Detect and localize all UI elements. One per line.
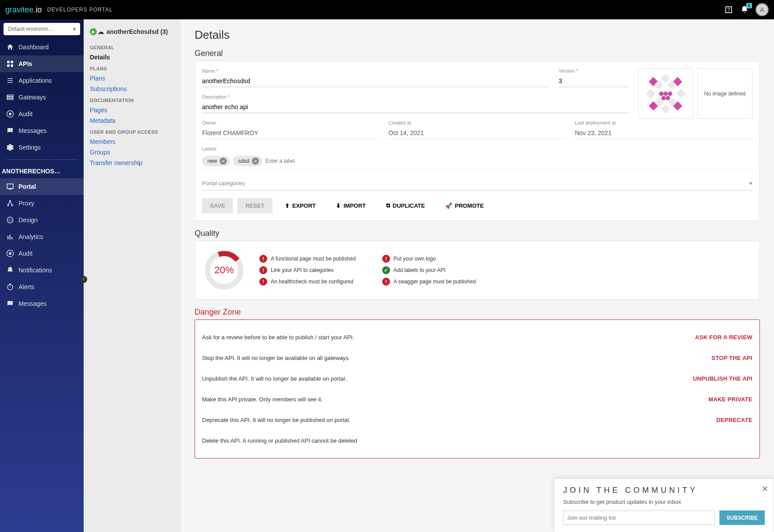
danger-action-button[interactable]: MAKE PRIVATE bbox=[708, 396, 752, 403]
avatar[interactable]: A bbox=[756, 3, 769, 16]
cloud-icon: ☁ bbox=[98, 28, 104, 35]
reset-button: RESET bbox=[237, 198, 272, 213]
secondary-sidebar: ▶ ☁ anotherEchosdsd (3) GENERAL Details … bbox=[84, 19, 181, 532]
logo: gravitee.io bbox=[5, 5, 42, 15]
alerts-icon bbox=[6, 283, 14, 291]
help-icon[interactable]: ? bbox=[724, 5, 733, 15]
sidebar-item-applications[interactable]: Applications bbox=[0, 72, 84, 89]
remove-chip-icon[interactable]: ✕ bbox=[252, 158, 259, 165]
quality-item: !An healthcheck must be configured bbox=[259, 276, 356, 287]
link-plans[interactable]: Plans bbox=[84, 73, 181, 84]
context-title: ANOTHERECHOS… bbox=[0, 163, 84, 178]
labels-input[interactable]: new✕sdsd✕ bbox=[202, 153, 752, 169]
download-icon: ⬇ bbox=[336, 202, 341, 209]
link-pages[interactable]: Pages bbox=[84, 105, 181, 115]
svg-rect-13 bbox=[7, 184, 13, 189]
notifications-icon[interactable]: 5 bbox=[740, 5, 749, 15]
error-icon: ! bbox=[259, 266, 267, 274]
remove-chip-icon[interactable]: ✕ bbox=[220, 158, 227, 165]
svg-rect-9 bbox=[7, 97, 13, 98]
sidebar-item-settings[interactable]: Settings bbox=[0, 139, 84, 156]
danger-row: Unpublish the API. It will no longer be … bbox=[202, 368, 752, 389]
section-access: USER AND GROUP ACCESS bbox=[84, 126, 181, 136]
close-icon[interactable]: ✕ bbox=[762, 484, 768, 494]
owner-value bbox=[202, 127, 380, 139]
import-button[interactable]: ⬇IMPORT bbox=[328, 198, 374, 213]
applications-icon bbox=[6, 77, 14, 84]
check-icon: ✓ bbox=[382, 266, 390, 274]
deploy-value bbox=[575, 127, 752, 139]
sidebar-item-gateways[interactable]: Gateways bbox=[0, 89, 84, 106]
svg-point-38 bbox=[661, 96, 666, 100]
link-details[interactable]: Details bbox=[84, 52, 181, 62]
api-name: anotherEchosdsd (3) bbox=[107, 28, 168, 35]
error-icon: ! bbox=[259, 255, 267, 263]
svg-point-15 bbox=[10, 200, 11, 202]
export-button[interactable]: ⬆EXPORT bbox=[277, 198, 324, 213]
section-documentation: DOCUMENTATION bbox=[84, 94, 181, 105]
context-item-notifications[interactable]: Notifications bbox=[0, 262, 84, 279]
description-input[interactable] bbox=[202, 101, 629, 113]
save-button: SAVE bbox=[202, 198, 233, 213]
general-section-title: General bbox=[195, 49, 760, 58]
copy-icon: ⧉ bbox=[386, 202, 390, 209]
context-item-proxy[interactable]: Proxy bbox=[0, 195, 84, 212]
api-header: ▶ ☁ anotherEchosdsd (3) bbox=[84, 25, 181, 41]
danger-row: Ask for a review before to be able to pu… bbox=[202, 327, 752, 348]
link-groups[interactable]: Groups bbox=[84, 147, 181, 158]
context-item-portal[interactable]: Portal bbox=[0, 178, 84, 195]
background-image[interactable]: No image defined bbox=[697, 68, 752, 119]
sidebar-item-dashboard[interactable]: Dashboard bbox=[0, 39, 84, 55]
svg-point-17 bbox=[11, 205, 13, 206]
link-metadata[interactable]: Metadata bbox=[84, 115, 181, 126]
duplicate-button[interactable]: ⧉DUPLICATE bbox=[378, 198, 433, 213]
context-item-analytics[interactable]: Analytics bbox=[0, 228, 84, 245]
topbar: gravitee.io DEVELOPERS PORTAL ? 5 A bbox=[0, 0, 774, 19]
api-image[interactable] bbox=[638, 68, 693, 119]
rocket-icon: 🚀 bbox=[445, 202, 452, 209]
svg-point-29 bbox=[9, 252, 11, 255]
danger-row: Delete this API. A running or published … bbox=[202, 430, 752, 451]
portal-icon bbox=[6, 183, 14, 191]
quality-item: !Put your own logo bbox=[382, 253, 476, 264]
quality-section-title: Quality bbox=[195, 229, 760, 238]
sidebar-item-apis[interactable]: APIs bbox=[0, 55, 84, 72]
version-input[interactable] bbox=[559, 75, 629, 87]
section-plans: PLANS bbox=[84, 62, 181, 73]
label-input[interactable] bbox=[265, 158, 752, 164]
general-panel: Name * Version * Description * bbox=[195, 61, 760, 221]
svg-point-37 bbox=[668, 92, 672, 96]
context-item-alerts[interactable]: Alerts bbox=[0, 279, 84, 295]
sidebar-item-messages[interactable]: Messages bbox=[0, 122, 84, 139]
link-members[interactable]: Members bbox=[84, 136, 181, 147]
danger-action-button[interactable]: DEPRECATE bbox=[716, 417, 752, 423]
deploy-label: Last deployment at bbox=[575, 120, 752, 125]
context-item-audit[interactable]: Audit bbox=[0, 245, 84, 262]
danger-action-button[interactable]: STOP THE API bbox=[711, 355, 752, 361]
quality-percent: 20% bbox=[202, 248, 246, 292]
danger-action-button[interactable]: ASK FOR A REVIEW bbox=[695, 334, 752, 341]
subscribe-button[interactable]: SUBSCRIBE bbox=[719, 510, 765, 525]
quality-item: !A functional page must be published bbox=[259, 253, 356, 264]
sidebar-item-audit[interactable]: Audit bbox=[0, 106, 84, 122]
error-icon: ! bbox=[382, 278, 390, 286]
danger-desc: Deprecate this API. It will no longer be… bbox=[202, 417, 350, 423]
danger-action-button[interactable]: UNPUBLISH THE API bbox=[693, 375, 752, 382]
danger-desc: Ask for a review before to be able to pu… bbox=[202, 334, 354, 341]
link-subscriptions[interactable]: Subscriptions bbox=[84, 84, 181, 94]
context-item-design[interactable]: Design bbox=[0, 212, 84, 228]
environment-selector[interactable]: Default environm… ▾ bbox=[4, 23, 80, 35]
danger-row: Stop the API. It will no longer be avail… bbox=[202, 348, 752, 368]
svg-point-24 bbox=[11, 220, 11, 221]
community-email-input[interactable] bbox=[563, 510, 715, 525]
quality-item: !Link your API to categories bbox=[259, 264, 356, 276]
svg-rect-3 bbox=[7, 65, 9, 67]
categories-select[interactable]: Portal categories ▾ bbox=[202, 176, 752, 191]
link-transfer-ownership[interactable]: Transfer ownership bbox=[84, 158, 181, 168]
promote-button[interactable]: 🚀PROMOTE bbox=[437, 198, 492, 213]
svg-line-19 bbox=[10, 202, 12, 205]
context-item-messages[interactable]: Messages bbox=[0, 295, 84, 312]
collapse-sidebar-button[interactable]: ‹ bbox=[80, 276, 87, 283]
name-input[interactable] bbox=[202, 75, 550, 87]
svg-rect-45 bbox=[646, 89, 655, 98]
